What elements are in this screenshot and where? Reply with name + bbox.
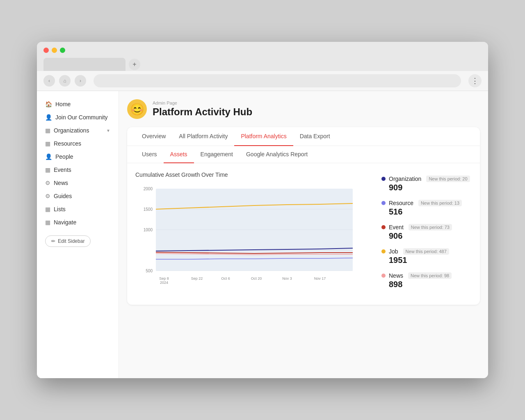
minimize-button[interactable]: [52, 48, 57, 53]
tab-overview[interactable]: Overview: [135, 127, 172, 146]
svg-text:1500: 1500: [144, 207, 153, 212]
legend-item-organization: Organization New this period: 20 909: [381, 176, 472, 192]
forward-button[interactable]: ›: [75, 75, 86, 87]
navigate-icon: ▦: [45, 219, 50, 226]
chart-area: Cumulative Asset Growth Over Time: [127, 163, 480, 305]
job-label: Job: [389, 248, 398, 255]
sidebar-item-people[interactable]: 👤 People: [37, 150, 119, 163]
edit-sidebar-label: Edit Sidebar: [58, 238, 84, 244]
resource-dot: [381, 201, 386, 205]
guides-icon: ⚙: [45, 193, 50, 199]
news-icon: ⚙: [45, 180, 50, 186]
tab-platform-analytics[interactable]: Platform Analytics: [234, 127, 293, 146]
page-title: Platform Activity Hub: [153, 106, 252, 118]
svg-text:500: 500: [146, 269, 153, 273]
subtab-users[interactable]: Users: [135, 146, 164, 163]
lists-icon: ▦: [45, 206, 50, 212]
event-label: Event: [389, 224, 404, 231]
chevron-down-icon: ▼: [106, 128, 110, 133]
sidebar-item-label: Events: [54, 167, 71, 173]
address-bar[interactable]: [94, 74, 461, 87]
people-icon: 👤: [45, 153, 52, 160]
avatar: 😊: [127, 99, 147, 119]
sub-tabs: Users Assets Engagement Google Analytics…: [127, 146, 480, 163]
tab-data-export[interactable]: Data Export: [293, 127, 337, 146]
more-options-button[interactable]: ⋮: [468, 74, 482, 87]
tab-all-platform-activity[interactable]: All Platform Activity: [172, 127, 234, 146]
svg-text:Nov 17: Nov 17: [314, 276, 326, 281]
sidebar-item-label: People: [55, 153, 73, 160]
svg-text:Sep 8: Sep 8: [159, 276, 169, 281]
admin-label: Admin Page: [153, 100, 252, 105]
browser-content: 🏠 Home 👤 Join Our Community ▦ Organizati…: [37, 91, 488, 378]
page-title-block: Admin Page Platform Activity Hub: [153, 100, 252, 118]
sidebar-item-navigate[interactable]: ▦ Navigate: [37, 216, 119, 229]
traffic-lights: [43, 48, 482, 53]
sidebar-item-lists[interactable]: ▦ Lists: [37, 203, 119, 216]
sidebar-item-join-community[interactable]: 👤 Join Our Community: [37, 111, 119, 124]
sidebar-item-label: Join Our Community: [55, 114, 108, 121]
sidebar-item-resources[interactable]: ▦ Resources: [37, 137, 119, 150]
maximize-button[interactable]: [60, 48, 65, 53]
resource-count: 516: [389, 207, 472, 217]
job-dot: [381, 249, 386, 253]
sidebar-item-news[interactable]: ⚙ News: [37, 176, 119, 189]
subtab-google-analytics[interactable]: Google Analytics Report: [240, 146, 314, 163]
resource-label: Resource: [389, 200, 413, 206]
svg-text:2000: 2000: [144, 187, 153, 191]
job-new: New this period: 487: [403, 248, 449, 255]
svg-text:Oct 6: Oct 6: [221, 276, 230, 281]
news-label: News: [389, 272, 403, 279]
close-button[interactable]: [43, 48, 49, 53]
events-icon: ▦: [45, 167, 50, 173]
legend-item-event: Event New this period: 73 906: [381, 224, 472, 241]
event-dot: [381, 225, 386, 229]
edit-sidebar-button[interactable]: ✏ Edit Sidebar: [45, 235, 91, 247]
svg-text:1000: 1000: [144, 228, 153, 232]
organization-dot: [381, 177, 386, 181]
sidebar-item-label: Home: [55, 101, 71, 107]
chart-title: Cumulative Asset Growth Over Time: [135, 171, 369, 178]
edit-icon: ✏: [51, 238, 55, 244]
news-count: 898: [389, 280, 472, 289]
event-new: New this period: 73: [409, 224, 452, 231]
sidebar-item-organizations[interactable]: ▦ Organizations ▼: [37, 124, 119, 137]
sidebar-item-label: Navigate: [54, 219, 76, 226]
organization-count: 909: [389, 183, 472, 192]
sidebar-item-label: News: [54, 180, 68, 186]
organization-new: New this period: 20: [426, 176, 470, 182]
sidebar-item-label: Resources: [54, 140, 81, 147]
add-tab-button[interactable]: +: [129, 59, 140, 70]
svg-text:2024: 2024: [160, 281, 168, 285]
legend-item-news: News New this period: 98 898: [381, 272, 472, 289]
browser-window: + ‹ ⌂ › ⋮ 🏠 Home 👤 Join Our Community: [37, 42, 488, 378]
subtab-assets[interactable]: Assets: [164, 146, 194, 163]
sidebar-item-guides[interactable]: ⚙ Guides: [37, 189, 119, 203]
job-count: 1951: [389, 256, 472, 265]
sidebar-item-home[interactable]: 🏠 Home: [37, 98, 119, 111]
sidebar-item-label: Guides: [54, 193, 72, 199]
svg-text:Nov 3: Nov 3: [282, 276, 292, 281]
active-tab[interactable]: [43, 58, 126, 71]
sidebar-item-label: Lists: [54, 206, 66, 212]
page-header: 😊 Admin Page Platform Activity Hub: [127, 99, 480, 119]
legend-area: Organization New this period: 20 909 Res…: [381, 171, 472, 297]
sidebar-item-events[interactable]: ▦ Events: [37, 163, 119, 176]
analytics-card: Overview All Platform Activity Platform …: [127, 127, 480, 305]
legend-item-job: Job New this period: 487 1951: [381, 248, 472, 265]
back-button[interactable]: ‹: [43, 75, 55, 87]
sidebar: 🏠 Home 👤 Join Our Community ▦ Organizati…: [37, 91, 119, 378]
event-count: 906: [389, 231, 472, 241]
main-tabs: Overview All Platform Activity Platform …: [127, 127, 480, 146]
sidebar-item-label: Organizations: [54, 127, 89, 134]
news-dot: [381, 274, 386, 278]
news-new: New this period: 98: [408, 272, 452, 279]
main-content: 😊 Admin Page Platform Activity Hub Overv…: [119, 91, 488, 378]
subtab-engagement[interactable]: Engagement: [194, 146, 240, 163]
home-button[interactable]: ⌂: [59, 75, 71, 87]
svg-text:Sep 22: Sep 22: [191, 276, 203, 281]
nav-bar: ‹ ⌂ › ⋮: [37, 71, 488, 91]
organizations-icon: ▦: [45, 127, 50, 134]
resource-new: New this period: 13: [418, 200, 462, 206]
tab-bar: +: [43, 58, 482, 71]
